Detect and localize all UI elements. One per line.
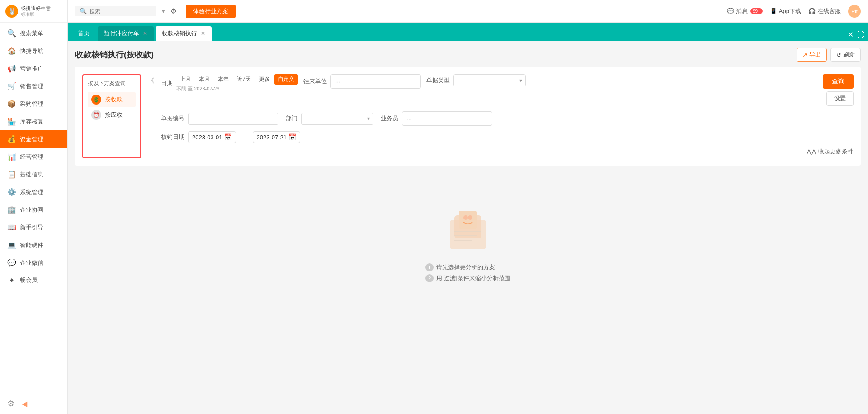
collapse-more-btn[interactable]: ⋀⋀ 收起更多条件	[161, 145, 854, 158]
sidebar-item-member[interactable]: ♦畅会员	[0, 271, 67, 289]
date-label: 日期	[161, 79, 173, 87]
online-service-label: 在线客服	[817, 7, 841, 15]
tab-close-prepay[interactable]: ✕	[143, 30, 147, 37]
page-title: 收款核销执行(按收款)	[75, 49, 154, 60]
department-select[interactable]	[301, 113, 373, 125]
headset-icon: 🎧	[808, 8, 816, 14]
collapse-up-icon: ⋀⋀	[807, 148, 816, 155]
sidebar-item-system[interactable]: ⚙️系统管理	[0, 183, 67, 201]
receivable-icon: ⏰	[91, 110, 101, 120]
filter-form: 日期 上月 本月 本年 近7天 更多 自定义 不限 至 2023-07-26	[161, 74, 854, 158]
sidebar-bottom: ⚙ ◀	[0, 393, 67, 414]
refresh-btn[interactable]: ↺ 刷新	[830, 48, 861, 62]
empty-hint-1: 1 请先选择要分析的方案	[425, 263, 510, 271]
filter-option-receivable-label: 按应收	[105, 111, 123, 119]
basic-icon: 📋	[7, 170, 16, 179]
collapse-sidebar-icon[interactable]: ◀	[22, 400, 27, 408]
date-tab-last-month[interactable]: 上月	[176, 74, 194, 85]
write-off-date-start-picker[interactable]: 2023-03-01 📅	[188, 131, 236, 143]
inventory-icon: 🏪	[7, 117, 16, 126]
app-download-item[interactable]: 📱 App下载	[770, 7, 801, 15]
voucher-type-select-wrapper	[453, 74, 526, 86]
tab-close-receivable[interactable]: ✕	[201, 30, 205, 37]
sidebar-item-inventory[interactable]: 🏪库存核算	[0, 113, 67, 130]
sidebar: 🐰 畅捷通好生意 标准版 🔍搜索菜单🏠快捷导航📢营销推广🛒销售管理📦采购管理🏪库…	[0, 0, 68, 414]
filter-option-by-receipt[interactable]: 💲 按收款	[88, 92, 136, 107]
svg-rect-2	[459, 211, 477, 229]
voucher-type-select[interactable]	[453, 74, 526, 86]
main-area: 🔍 ▾ ⚙ 体验行业方案 💬 消息 99+ 📱 App下载 🎧 在线客服 Rit	[68, 0, 868, 414]
message-badge: 99+	[750, 8, 763, 14]
salesperson-dots-icon: ···	[407, 115, 412, 122]
message-icon: 💬	[727, 8, 734, 14]
sidebar-item-search-menu[interactable]: 🔍搜索菜单	[0, 24, 67, 42]
filter-panel: 按以下方案查询 💲 按收款 ⏰ 按应收 《	[75, 67, 861, 166]
filter-sidebar-title: 按以下方案查询	[88, 80, 136, 87]
write-off-date-end-picker[interactable]: 2023-07-21 📅	[253, 131, 301, 143]
tab-home[interactable]: 首页	[71, 26, 96, 41]
sidebar-item-marketing[interactable]: 📢营销推广	[0, 60, 67, 77]
expand-icon[interactable]: ⛶	[857, 31, 864, 39]
date-tab-this-month[interactable]: 本月	[195, 74, 213, 85]
sidebar-item-purchase[interactable]: 📦采购管理	[0, 95, 67, 113]
voucher-no-input[interactable]	[188, 113, 278, 125]
search-bar[interactable]: 🔍	[75, 6, 156, 16]
filter-collapse-btn[interactable]: 《	[146, 74, 156, 86]
tab-label-receivable: 收款核销执行	[162, 29, 197, 38]
calendar-end-icon: 📅	[288, 133, 296, 141]
chevron-left-icon: 《	[147, 76, 155, 86]
sidebar-item-guide[interactable]: 📖新手引导	[0, 219, 67, 236]
date-tab-more[interactable]: 更多	[255, 74, 274, 85]
date-tabs: 上月 本月 本年 近7天 更多 自定义	[176, 74, 298, 85]
tabbar-actions: ✕ ⛶	[848, 30, 864, 41]
svg-point-4	[468, 215, 472, 220]
settings-icon[interactable]: ⚙	[7, 399, 14, 409]
search-input[interactable]	[90, 8, 144, 14]
date-hint: 不限 至 2023-07-26	[176, 86, 298, 92]
sidebar-item-wechat[interactable]: 💬企业微信	[0, 254, 67, 271]
department-select-wrapper	[301, 113, 373, 125]
topbar-right: 💬 消息 99+ 📱 App下载 🎧 在线客服 Rit	[727, 5, 861, 18]
sidebar-item-operation[interactable]: 📊经营管理	[0, 148, 67, 166]
query-btn[interactable]: 查询	[823, 74, 854, 89]
voucher-type-label: 单据类型	[426, 76, 450, 85]
gear-icon[interactable]: ⚙	[170, 7, 177, 15]
sidebar-item-sales[interactable]: 🛒销售管理	[0, 77, 67, 95]
tab-receivable[interactable]: 收款核销执行✕	[156, 26, 212, 41]
user-avatar[interactable]: Rit	[848, 5, 861, 18]
logo-name: 畅捷通好生意	[21, 5, 51, 11]
sidebar-item-hardware[interactable]: 💻智能硬件	[0, 236, 67, 254]
message-item[interactable]: 💬 消息 99+	[727, 7, 763, 15]
settings-btn[interactable]: 设置	[826, 91, 854, 106]
industry-btn[interactable]: 体验行业方案	[186, 5, 236, 18]
hint-text-2: 用[过滤]条件来缩小分析范围	[436, 274, 510, 282]
sidebar-item-finance[interactable]: 💰资金管理	[0, 130, 67, 148]
sidebar-item-basic[interactable]: 📋基础信息	[0, 166, 67, 183]
write-off-date-start-value: 2023-03-01	[192, 134, 222, 141]
sidebar-item-enterprise[interactable]: 🏢企业协同	[0, 201, 67, 219]
app-icon: 📱	[770, 8, 777, 14]
salesperson-input[interactable]: ···	[402, 111, 492, 126]
quick-nav-icon: 🏠	[7, 47, 16, 55]
search-icon: 🔍	[80, 8, 87, 14]
export-btn[interactable]: ↗ 导出	[797, 48, 827, 62]
filter-option-by-receivable[interactable]: ⏰ 按应收	[88, 107, 136, 123]
tab-prepay[interactable]: 预付冲应付单✕	[98, 26, 154, 41]
finance-icon: 💰	[7, 135, 16, 143]
hint-num-1: 1	[425, 263, 434, 271]
close-window-icon[interactable]: ✕	[848, 30, 854, 39]
wechat-icon: 💬	[7, 258, 16, 267]
dropdown-icon[interactable]: ▾	[162, 8, 165, 14]
app-download-label: App下载	[779, 7, 801, 15]
counterparty-input[interactable]: ···	[330, 74, 421, 89]
empty-illustration	[441, 202, 495, 256]
date-tab-this-year[interactable]: 本年	[214, 74, 232, 85]
sidebar-nav: 🔍搜索菜单🏠快捷导航📢营销推广🛒销售管理📦采购管理🏪库存核算💰资金管理📊经营管理…	[0, 23, 67, 393]
counterparty-label: 往来单位	[303, 77, 327, 86]
online-service-item[interactable]: 🎧 在线客服	[808, 7, 841, 15]
empty-hint-2: 2 用[过滤]条件来缩小分析范围	[425, 274, 510, 282]
date-tab-custom[interactable]: 自定义	[274, 74, 298, 85]
date-tab-7days[interactable]: 近7天	[233, 74, 255, 85]
empty-state: 1 请先选择要分析的方案 2 用[过滤]条件来缩小分析范围	[75, 166, 861, 319]
sidebar-item-quick-nav[interactable]: 🏠快捷导航	[0, 42, 67, 60]
